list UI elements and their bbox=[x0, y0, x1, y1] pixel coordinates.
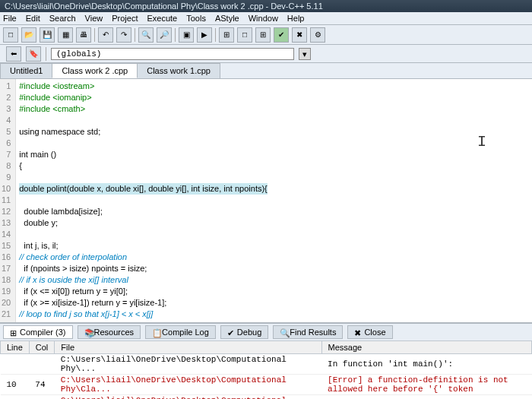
separator bbox=[94, 28, 95, 42]
debug-icon[interactable]: ⚙ bbox=[310, 27, 325, 43]
compiler-table[interactable]: LineColFileMessage C:\Users\liail\OneDri… bbox=[0, 340, 532, 399]
menu-file[interactable]: File bbox=[3, 14, 17, 23]
separator bbox=[135, 28, 135, 42]
grid-icon[interactable]: ⊞ bbox=[219, 27, 234, 43]
bookmark-icon[interactable]: 🔖 bbox=[26, 46, 41, 62]
open-icon[interactable]: 📂 bbox=[21, 27, 36, 43]
print-icon[interactable]: 🖶 bbox=[76, 27, 91, 43]
error-row[interactable]: 461C:\Users\liail\OneDrive\Desktop\Compu… bbox=[1, 395, 532, 400]
check-icon[interactable]: ✔ bbox=[274, 27, 289, 43]
undo-icon[interactable]: ↶ bbox=[98, 27, 113, 43]
bottom-tab-compiler[interactable]: ⊞Compiler (3) bbox=[3, 325, 73, 339]
compile-icon[interactable]: ▣ bbox=[179, 27, 194, 43]
col-header[interactable]: Message bbox=[321, 341, 531, 354]
col-header[interactable]: Line bbox=[1, 341, 30, 354]
menu-tools[interactable]: Tools bbox=[186, 14, 206, 23]
text-cursor: I bbox=[477, 133, 486, 150]
globals-dropdown[interactable]: (globals) bbox=[51, 48, 294, 60]
replace-icon[interactable]: 🔎 bbox=[157, 27, 172, 43]
menu-help[interactable]: Help bbox=[287, 14, 305, 23]
error-row[interactable]: C:\Users\liail\OneDrive\Desktop\Computat… bbox=[1, 354, 532, 375]
bottom-tab-close[interactable]: ✖Close bbox=[347, 325, 392, 339]
menu-search[interactable]: Search bbox=[49, 14, 76, 23]
editor-tabs: Untitled1Class work 2 .cppClass work 1.c… bbox=[0, 63, 532, 79]
bottom-panel: ⊞Compiler (3)📚Resources📋Compile Log✔Debu… bbox=[0, 322, 532, 399]
window-icon[interactable]: □ bbox=[237, 27, 252, 43]
chevron-down-icon[interactable]: ▾ bbox=[299, 48, 311, 60]
code-editor[interactable]: 1234567891011121314151617181920212223242… bbox=[0, 79, 532, 322]
new-icon[interactable]: □ bbox=[3, 27, 18, 43]
close-icon[interactable]: ✖ bbox=[292, 27, 307, 43]
find-icon[interactable]: 🔍 bbox=[138, 27, 154, 43]
bottom-tab-findresults[interactable]: 🔍Find Results bbox=[273, 325, 343, 339]
tab-file[interactable]: Untitled1 bbox=[0, 63, 52, 78]
menu-edit[interactable]: Edit bbox=[26, 14, 40, 23]
separator bbox=[175, 28, 176, 42]
menu-window[interactable]: Window bbox=[249, 14, 278, 23]
grid2-icon[interactable]: ⊞ bbox=[255, 27, 271, 43]
col-header[interactable]: Col bbox=[29, 341, 55, 354]
bottom-tab-compilelog[interactable]: 📋Compile Log bbox=[145, 325, 216, 339]
bottom-tab-resources[interactable]: 📚Resources bbox=[78, 325, 141, 339]
run-icon[interactable]: ▶ bbox=[197, 27, 212, 43]
redo-icon[interactable]: ↷ bbox=[116, 27, 131, 43]
globals-bar: ⬅ 🔖 (globals) ▾ bbox=[0, 45, 532, 63]
menu-view[interactable]: View bbox=[85, 14, 103, 23]
menu-execute[interactable]: Execute bbox=[147, 14, 177, 23]
saveall-icon[interactable]: ▦ bbox=[58, 27, 73, 43]
save-icon[interactable]: 💾 bbox=[40, 27, 55, 43]
bottom-tab-bar: ⊞Compiler (3)📚Resources📋Compile Log✔Debu… bbox=[0, 324, 532, 340]
menu-astyle[interactable]: AStyle bbox=[215, 14, 239, 23]
col-header[interactable]: File bbox=[55, 341, 321, 354]
bottom-tab-debug[interactable]: ✔Debug bbox=[220, 325, 268, 339]
code-area[interactable]: #include <iostream>#include <iomanip>#in… bbox=[16, 79, 271, 322]
error-row[interactable]: 1074C:\Users\liail\OneDrive\Desktop\Comp… bbox=[1, 375, 532, 395]
title-bar: C:\Users\liail\OneDrive\Desktop\Computat… bbox=[0, 0, 532, 12]
back-icon[interactable]: ⬅ bbox=[6, 46, 21, 62]
toolbar-main: □ 📂 💾 ▦ 🖶 ↶ ↷ 🔍 🔎 ▣ ▶ ⊞ □ ⊞ ✔ ✖ ⚙ bbox=[0, 25, 532, 45]
menu-project[interactable]: Project bbox=[112, 14, 138, 23]
line-gutter: 1234567891011121314151617181920212223242… bbox=[0, 79, 16, 322]
menu-bar: FileEditSearchViewProjectExecuteToolsASt… bbox=[0, 12, 532, 25]
tab-file[interactable]: Class work 2 .cpp bbox=[52, 63, 138, 78]
tab-file[interactable]: Class work 1.cpp bbox=[137, 63, 220, 78]
separator bbox=[46, 47, 46, 61]
separator bbox=[215, 28, 216, 42]
